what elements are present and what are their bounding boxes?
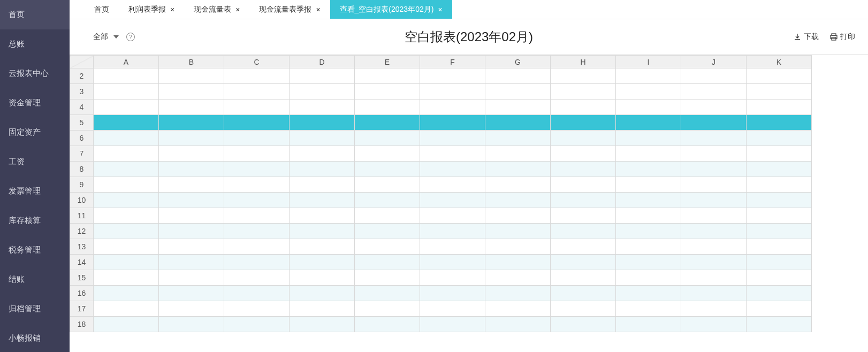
cell[interactable] [159,301,224,317]
sidebar-item-invoice[interactable]: 发票管理 [0,177,70,206]
cell[interactable] [224,131,290,146]
cell[interactable] [681,177,747,193]
cell[interactable] [485,84,551,100]
cell[interactable] [551,100,616,115]
cell[interactable] [616,84,681,100]
cell[interactable] [616,177,681,193]
cell[interactable] [290,270,355,286]
cell[interactable] [355,224,420,239]
cell[interactable] [94,84,159,100]
tab[interactable]: 现金流量表× [184,0,249,19]
cell[interactable] [485,286,551,301]
cell[interactable] [485,255,551,270]
cell[interactable] [94,208,159,224]
row-header[interactable]: 14 [70,255,94,270]
cell[interactable] [747,115,812,131]
spreadsheet[interactable]: ABCDEFGHIJK23456789101112131415161718 [70,55,868,352]
cell[interactable] [290,162,355,177]
cell[interactable] [224,301,290,317]
cell[interactable] [747,270,812,286]
cell[interactable] [355,193,420,208]
cell[interactable] [551,193,616,208]
cell[interactable] [290,115,355,131]
cell[interactable] [485,224,551,239]
cell[interactable] [485,177,551,193]
column-header[interactable]: J [681,56,747,68]
cell[interactable] [355,146,420,162]
cell[interactable] [159,84,224,100]
row-header[interactable]: 11 [70,208,94,224]
cell[interactable] [616,100,681,115]
row-header[interactable]: 16 [70,286,94,301]
column-header[interactable]: G [485,56,551,68]
column-header[interactable]: F [420,56,485,68]
cell[interactable] [551,162,616,177]
cell[interactable] [420,131,485,146]
row-header[interactable]: 17 [70,301,94,317]
cell[interactable] [681,208,747,224]
cell[interactable] [290,317,355,332]
cell[interactable] [551,146,616,162]
cell[interactable] [224,239,290,255]
cell[interactable] [616,224,681,239]
cell[interactable] [747,224,812,239]
download-button[interactable]: 下载 [793,32,819,42]
row-header[interactable]: 13 [70,239,94,255]
cell[interactable] [159,317,224,332]
cell[interactable] [224,115,290,131]
cell[interactable] [420,68,485,84]
cell[interactable] [551,239,616,255]
cell[interactable] [224,286,290,301]
cell[interactable] [485,162,551,177]
close-icon[interactable]: × [170,6,174,13]
cell[interactable] [224,193,290,208]
cell[interactable] [94,224,159,239]
cell[interactable] [616,131,681,146]
row-header[interactable]: 15 [70,270,94,286]
cell[interactable] [290,84,355,100]
close-icon[interactable]: × [438,6,442,13]
cell[interactable] [420,208,485,224]
cell[interactable] [420,317,485,332]
cell[interactable] [551,317,616,332]
tab[interactable]: 现金流量表季报× [249,0,330,19]
cell[interactable] [355,270,420,286]
cell[interactable] [159,224,224,239]
column-header[interactable]: K [747,56,812,68]
sidebar-item-home[interactable]: 首页 [0,0,70,29]
row-header[interactable]: 7 [70,146,94,162]
cell[interactable] [616,270,681,286]
tab[interactable]: 首页 [85,0,119,19]
row-header[interactable]: 5 [70,115,94,131]
cell[interactable] [355,208,420,224]
cell[interactable] [94,193,159,208]
cell[interactable] [159,255,224,270]
cell[interactable] [159,100,224,115]
cell[interactable] [485,115,551,131]
cell[interactable] [551,301,616,317]
cell[interactable] [681,239,747,255]
sidebar-item-tax[interactable]: 税务管理 [0,235,70,265]
cell[interactable] [94,162,159,177]
cell[interactable] [551,255,616,270]
cell[interactable] [224,208,290,224]
sidebar-item-fixed-assets[interactable]: 固定资产 [0,118,70,147]
cell[interactable] [616,301,681,317]
filter-dropdown[interactable]: 全部 ? [93,32,135,42]
cell[interactable] [485,270,551,286]
cell[interactable] [747,317,812,332]
corner-cell[interactable] [70,56,94,68]
column-header[interactable]: H [551,56,616,68]
cell[interactable] [159,177,224,193]
cell[interactable] [681,224,747,239]
print-button[interactable]: 打印 [829,32,855,42]
tab[interactable]: 查看_空白报表(2023年02月)× [330,0,452,19]
cell[interactable] [616,162,681,177]
cell[interactable] [681,84,747,100]
cell[interactable] [290,177,355,193]
cell[interactable] [94,177,159,193]
cell[interactable] [224,270,290,286]
cell[interactable] [681,100,747,115]
column-header[interactable]: I [616,56,681,68]
cell[interactable] [355,177,420,193]
